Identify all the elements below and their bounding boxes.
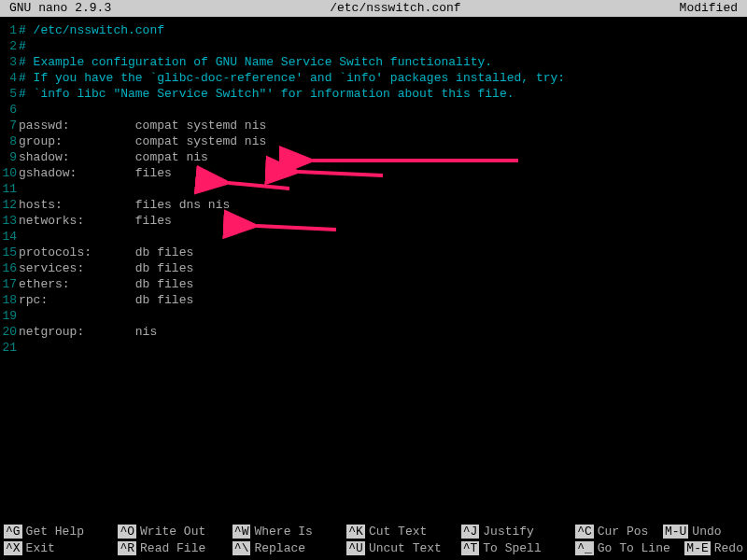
editor-line[interactable]: 12hosts: files dns nis [0,197,747,213]
line-content[interactable]: rpc: db files [19,292,747,308]
shortcut-key: ^R [118,541,136,555]
editor-line[interactable]: 6 [0,102,747,118]
line-content[interactable]: networks: files [19,213,747,229]
line-number: 13 [0,213,19,229]
editor-line[interactable]: 13networks: files [0,213,747,229]
line-content[interactable]: services: db files [19,260,747,276]
editor-area[interactable]: 1# /etc/nsswitch.conf2#3# Example config… [0,19,747,523]
line-content[interactable] [19,102,747,118]
shortcut-key: ^X [4,541,22,555]
shortcut-item: ^CCur Pos M-UUndo [575,523,743,539]
shortcut-label: Read File [140,541,205,555]
shortcut-item: ^UUncut Text [346,539,460,556]
shortcut-label: Write Out [140,525,205,539]
shortcut-item: ^KCut Text [346,523,460,539]
editor-line[interactable]: 2# [0,38,747,54]
app-name: GNU nano 2.9.3 [4,0,111,17]
line-content[interactable]: shadow: compat nis [19,149,747,165]
editor-line[interactable]: 8group: compat systemd nis [0,133,747,149]
editor-line[interactable]: 1# /etc/nsswitch.conf [0,22,747,38]
shortcut-item: ^WWhere Is [233,523,346,539]
title-bar: GNU nano 2.9.3 /etc/nsswitch.conf Modifi… [0,0,747,17]
shortcut-bar: ^GGet Help^OWrite Out^WWhere Is^KCut Tex… [4,523,743,556]
line-number: 14 [0,229,19,245]
editor-line[interactable]: 21 [0,340,747,356]
shortcut-key: ^W [233,525,251,539]
line-content[interactable]: hosts: files dns nis [19,197,747,213]
editor-line[interactable]: 20netgroup: nis [0,324,747,340]
shortcut-item: ^JJustify [461,523,575,539]
line-content[interactable] [19,308,747,324]
line-number: 12 [0,197,19,213]
editor-line[interactable]: 18rpc: db files [0,292,747,308]
line-content[interactable]: ethers: db files [19,276,747,292]
shortcut-item: ^GGet Help [4,523,118,539]
line-content[interactable] [19,181,747,197]
shortcut-key: ^K [346,525,365,539]
shortcut-label: Replace [254,541,305,555]
editor-line[interactable]: 9shadow: compat nis [0,149,747,165]
line-number: 8 [0,133,19,149]
line-number: 15 [0,245,19,260]
shortcut-key: M-E [684,541,710,555]
shortcut-label: Get Help [26,525,84,539]
line-number: 4 [0,70,19,86]
line-number: 20 [0,324,19,340]
shortcut-item: ^\Replace [233,539,346,556]
shortcut-key: ^O [118,525,136,539]
line-number: 10 [0,165,19,181]
shortcut-key: M-U [663,525,688,539]
shortcut-label: To Spell [483,541,541,555]
shortcut-item: ^TTo Spell [461,539,575,556]
shortcut-key: ^T [461,541,480,555]
file-path: /etc/nsswitch.conf [111,0,679,17]
editor-line[interactable]: 11 [0,181,747,197]
line-number: 2 [0,38,19,54]
line-number: 9 [0,149,19,165]
shortcut-item: ^RRead File [118,539,232,556]
shortcut-key: ^C [575,525,594,539]
shortcut-label: Go To Line [598,541,670,555]
line-content[interactable]: group: compat systemd nis [19,133,747,149]
shortcut-item: ^OWrite Out [118,523,232,539]
line-content[interactable]: passwd: compat systemd nis [19,118,747,133]
editor-line[interactable]: 10gshadow: files [0,165,747,181]
line-number: 21 [0,340,19,356]
shortcut-label: Cut Text [369,525,427,539]
line-number: 5 [0,86,19,102]
shortcut-key: ^U [346,541,365,555]
editor-line[interactable]: 3# Example configuration of GNU Name Ser… [0,54,747,70]
line-content[interactable] [19,229,747,245]
line-content[interactable]: # [19,38,747,54]
editor-line[interactable]: 14 [0,229,747,245]
shortcut-label: Justify [483,525,534,539]
line-number: 6 [0,102,19,118]
shortcut-item: ^XExit [4,539,118,556]
shortcut-label: Uncut Text [369,541,442,555]
line-number: 1 [0,22,19,38]
line-content[interactable]: protocols: db files [19,245,747,260]
shortcut-label: Undo [692,525,721,539]
editor-line[interactable]: 17ethers: db files [0,276,747,292]
shortcut-label: Redo [714,541,743,555]
line-content[interactable]: # `info libc "Name Service Switch"' for … [19,86,747,102]
editor-line[interactable]: 15protocols: db files [0,245,747,260]
editor-line[interactable]: 7passwd: compat systemd nis [0,118,747,133]
line-number: 18 [0,292,19,308]
line-content[interactable]: # If you have the `glibc-doc-reference' … [19,70,747,86]
line-content[interactable]: gshadow: files [19,165,747,181]
line-number: 19 [0,308,19,324]
shortcut-key: ^G [4,525,22,539]
editor-line[interactable]: 16services: db files [0,260,747,276]
line-number: 11 [0,181,19,197]
editor-line[interactable]: 19 [0,308,747,324]
line-number: 3 [0,54,19,70]
line-content[interactable] [19,340,747,356]
line-content[interactable]: # /etc/nsswitch.conf [19,22,747,38]
line-content[interactable]: # Example configuration of GNU Name Serv… [19,54,747,70]
editor-line[interactable]: 5# `info libc "Name Service Switch"' for… [0,86,747,102]
editor-line[interactable]: 4# If you have the `glibc-doc-reference'… [0,70,747,86]
line-content[interactable]: netgroup: nis [19,324,747,340]
shortcut-key: ^J [461,525,480,539]
line-number: 17 [0,276,19,292]
